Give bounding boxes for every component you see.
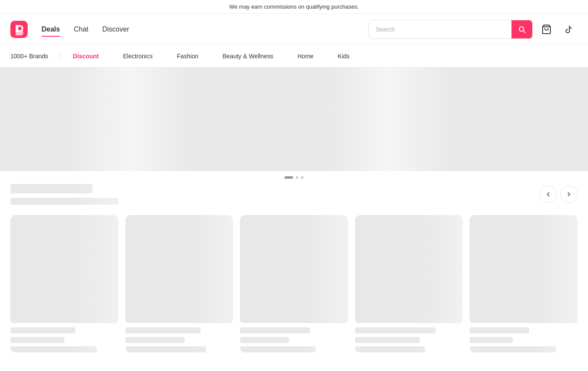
category-item-home[interactable]: Home	[285, 45, 326, 67]
cart-icon	[541, 24, 552, 35]
product-line-1	[240, 327, 310, 333]
product-line-1	[470, 327, 529, 333]
product-card[interactable]	[355, 215, 463, 352]
nav-item-discover[interactable]: Discover	[102, 24, 129, 35]
product-image-skeleton	[10, 215, 118, 323]
products-grid	[10, 215, 578, 352]
product-line-3	[240, 346, 316, 352]
category-nav: 1000+ Brands Discount Electronics Fashio…	[0, 45, 588, 67]
product-line-2	[10, 337, 64, 343]
next-arrow-button[interactable]	[560, 186, 578, 203]
search-area	[368, 20, 578, 39]
category-item-fashion[interactable]: Fashion	[165, 45, 211, 67]
tiktok-button[interactable]	[560, 21, 578, 38]
product-image-skeleton	[470, 215, 578, 323]
category-item-beauty[interactable]: Beauty & Wellness	[211, 45, 285, 67]
main-nav: Deals Chat Discover	[42, 24, 129, 35]
carousel-dot-1[interactable]	[284, 176, 293, 179]
nav-arrows	[540, 186, 578, 203]
svg-point-1	[18, 27, 22, 30]
product-card[interactable]	[125, 215, 233, 352]
carousel-dot-3[interactable]	[301, 176, 304, 179]
logo[interactable]	[10, 21, 28, 38]
product-line-1	[355, 327, 436, 333]
section-header	[10, 184, 118, 205]
prev-arrow-button[interactable]	[540, 186, 557, 203]
product-line-3	[355, 346, 425, 352]
search-icon	[518, 25, 526, 33]
announcement-bar: We may earn commissions on qualifying pu…	[0, 0, 588, 14]
category-item-discount[interactable]: Discount	[61, 45, 111, 67]
nav-item-deals[interactable]: Deals	[42, 24, 60, 35]
chevron-left-icon	[545, 191, 552, 198]
carousel-dot-2[interactable]	[296, 176, 298, 179]
product-image-skeleton	[125, 215, 233, 323]
product-line-1	[10, 327, 75, 333]
section-top-row	[10, 184, 578, 210]
svg-line-3	[523, 31, 525, 32]
product-line-3	[10, 346, 97, 352]
product-image-skeleton	[240, 215, 348, 323]
product-line-2	[125, 337, 185, 343]
cart-button[interactable]	[538, 21, 555, 38]
product-card[interactable]	[240, 215, 348, 352]
announcement-text: We may earn commissions on qualifying pu…	[229, 3, 359, 10]
category-item-brands[interactable]: 1000+ Brands	[10, 45, 61, 67]
header: Deals Chat Discover	[0, 14, 588, 45]
category-item-electronics[interactable]: Electronics	[111, 45, 164, 67]
product-card[interactable]	[10, 215, 118, 352]
tiktok-icon	[564, 24, 574, 35]
search-input[interactable]	[369, 20, 511, 38]
product-line-2	[470, 337, 513, 343]
search-button[interactable]	[511, 20, 532, 39]
carousel-dots	[0, 171, 588, 184]
product-line-3	[470, 346, 556, 352]
section-title-skeleton	[10, 184, 93, 193]
product-line-1	[125, 327, 201, 333]
hero-banner	[0, 67, 588, 171]
chevron-right-icon	[566, 191, 572, 198]
section-subtitle-skeleton	[10, 198, 118, 205]
product-card[interactable]	[470, 215, 578, 352]
products-section	[0, 184, 588, 352]
product-line-3	[125, 346, 206, 352]
product-line-2	[355, 337, 420, 343]
search-bar	[368, 20, 533, 39]
category-item-kids[interactable]: Kids	[326, 45, 361, 67]
nav-item-chat[interactable]: Chat	[74, 24, 89, 35]
product-line-2	[240, 337, 288, 343]
product-image-skeleton	[355, 215, 463, 323]
